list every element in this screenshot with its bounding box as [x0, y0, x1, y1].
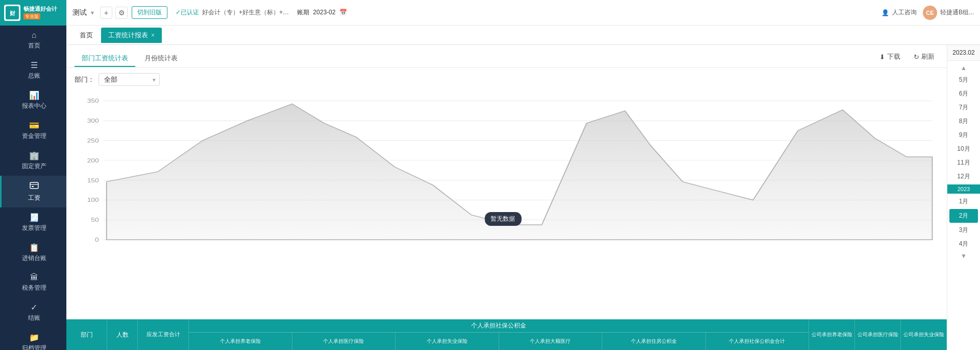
month-9[interactable]: 9月	[947, 128, 980, 142]
svg-text:300: 300	[87, 118, 99, 124]
svg-text:0: 0	[95, 237, 99, 243]
sales-icon: 📋	[29, 243, 39, 252]
sub-tabs: 部门工资统计表 月份统计表 ⬇ 下载 ↻ 刷新	[66, 45, 947, 68]
funds-icon: 💳	[29, 121, 39, 130]
salary-icon	[30, 181, 39, 192]
month-1-2023[interactable]: 1月	[947, 195, 980, 208]
reports-icon: 📊	[29, 90, 39, 100]
refresh-icon: ↻	[914, 53, 919, 61]
topbar: 测试 ▾ + ⚙ 切到旧版 ✓已认证 好会计（专）+好生意（标）+… 账期 20…	[66, 0, 980, 26]
table-header: 部门 人数 应发工资合计 个人承担社保公积金 个人承担养老保险 个人承担医疗保险	[66, 319, 947, 350]
svg-text:250: 250	[87, 137, 99, 144]
th-total-salary: 应发工资合计	[138, 319, 189, 350]
year-nav: ▲ 5月 6月 7月 8月 9月 10月 11月 12月 2023 1月 2月 …	[947, 61, 980, 350]
sidebar-item-archive[interactable]: 📁 归档管理	[0, 328, 66, 350]
toolbar: 部门： 全部 财务部 销售部 技术部 行政部 ▾	[66, 68, 947, 91]
th-personal-total: 个人承担社保公积金合计	[706, 333, 810, 350]
tabs-bar: 首页 工资统计报表 ×	[66, 26, 980, 45]
year-2023-label: 2023	[947, 184, 980, 194]
th-group-personal-cells: 个人承担养老保险 个人承担医疗保险 个人承担失业保险 个人承担大额医疗 个人承担…	[189, 333, 809, 350]
svg-text:100: 100	[87, 197, 99, 203]
svg-text:50: 50	[91, 217, 99, 223]
th-company-medical: 公司承担医疗保险	[855, 319, 901, 350]
month-5[interactable]: 5月	[947, 73, 980, 87]
customer-service[interactable]: 👤 人工咨询	[881, 8, 917, 17]
topbar-tags: ✓已认证 好会计（专）+好生意（标）+…	[176, 8, 289, 17]
content-main: 部门工资统计表 月份统计表 ⬇ 下载 ↻ 刷新	[66, 45, 947, 350]
sidebar-item-assets[interactable]: 🏢 固定资产	[0, 146, 66, 176]
svg-rect-2	[30, 182, 38, 189]
month-11[interactable]: 11月	[947, 156, 980, 170]
no-data-tooltip: 暂无数据	[484, 212, 521, 226]
svg-rect-4	[32, 186, 34, 187]
th-personal-major-medical: 个人承担大额医疗	[499, 333, 603, 350]
sidebar-item-reports[interactable]: 📊 报表中心	[0, 85, 66, 115]
right-panel: 2023.02 ▲ 5月 6月 7月 8月 9月 10月 11月 12月 202…	[947, 45, 980, 350]
calendar-icon[interactable]: 📅	[339, 9, 347, 16]
month-2-2023[interactable]: 2月	[949, 209, 978, 223]
download-button[interactable]: ⬇ 下载	[875, 50, 904, 63]
home-icon: ⌂	[32, 31, 37, 40]
action-buttons: ⬇ 下载 ↻ 刷新	[875, 50, 939, 67]
logo-icon: 财	[4, 5, 20, 21]
dept-label: 部门：	[75, 75, 94, 84]
switch-old-button[interactable]: 切到旧版	[132, 6, 167, 19]
certified-tag: ✓已认证	[176, 8, 199, 17]
company-dropdown-arrow[interactable]: ▾	[91, 9, 94, 16]
archive-icon: 📁	[29, 333, 39, 342]
topbar-icons: + ⚙	[100, 7, 128, 19]
th-personal-pension: 个人承担养老保险	[189, 333, 292, 350]
th-dept: 部门	[66, 319, 107, 350]
svg-text:150: 150	[87, 177, 99, 183]
month-3-2023[interactable]: 3月	[947, 223, 980, 237]
th-company-pension: 公司承担养老保险	[809, 319, 855, 350]
settings-gear-button[interactable]: ⚙	[115, 7, 128, 19]
checkout-icon: ✓	[31, 302, 37, 312]
sub-tab-month[interactable]: 月份统计表	[137, 51, 185, 67]
sub-tab-dept[interactable]: 部门工资统计表	[75, 51, 135, 67]
salary-chart: 350 300 250 200 150 100 50 0	[75, 91, 939, 260]
tab-home[interactable]: 首页	[72, 28, 100, 43]
refresh-button[interactable]: ↻ 刷新	[910, 50, 939, 63]
month-6[interactable]: 6月	[947, 87, 980, 101]
chart-area: 350 300 250 200 150 100 50 0	[66, 91, 947, 319]
sidebar-nav: ⌂ 首页 ☰ 总账 📊 报表中心 💳 资金管理 🏢 固定资产	[0, 26, 66, 350]
sidebar-item-sales[interactable]: 📋 进销台账	[0, 238, 66, 268]
sidebar-item-invoice[interactable]: 🧾 发票管理	[0, 207, 66, 238]
ledger-icon: ☰	[31, 60, 38, 70]
month-12[interactable]: 12月	[947, 170, 980, 183]
main-area: 测试 ▾ + ⚙ 切到旧版 ✓已认证 好会计（专）+好生意（标）+… 账期 20…	[66, 0, 980, 350]
year-header: 2023.02	[947, 45, 980, 61]
software-tags: 好会计（专）+好生意（标）+…	[202, 8, 289, 17]
nav-down-arrow[interactable]: ▼	[947, 251, 980, 261]
user-profile[interactable]: CE 轻捷通B组...	[923, 6, 974, 20]
invoice-icon: 🧾	[29, 213, 39, 222]
sidebar-item-funds[interactable]: 💳 资金管理	[0, 115, 66, 146]
month-8[interactable]: 8月	[947, 114, 980, 128]
assets-icon: 🏢	[29, 151, 39, 160]
sidebar-item-tax[interactable]: 🏛 税务管理	[0, 268, 66, 297]
tab-salary[interactable]: 工资统计报表 ×	[101, 28, 162, 43]
sidebar-item-checkout[interactable]: ✓ 结账	[0, 297, 66, 328]
sidebar-item-ledger[interactable]: ☰ 总账	[0, 55, 66, 85]
add-button[interactable]: +	[100, 7, 112, 19]
dept-select-wrapper: 全部 财务部 销售部 技术部 行政部 ▾	[99, 73, 160, 86]
content-area: 部门工资统计表 月份统计表 ⬇ 下载 ↻ 刷新	[66, 45, 980, 350]
sidebar: 财 畅捷通好会计 专业版 ⌂ 首页 ☰ 总账 📊 报表中心 💳 资金管理 🏢 固…	[0, 0, 66, 350]
th-group-personal-header: 个人承担社保公积金	[189, 319, 809, 333]
service-icon: 👤	[881, 9, 889, 16]
topbar-right: 👤 人工咨询 CE 轻捷通B组...	[881, 6, 974, 20]
sidebar-item-salary[interactable]: 工资	[0, 176, 66, 207]
dept-select[interactable]: 全部 财务部 销售部 技术部 行政部	[99, 73, 160, 86]
month-10[interactable]: 10月	[947, 142, 980, 156]
nav-up-arrow[interactable]: ▲	[947, 63, 980, 73]
tab-close-icon[interactable]: ×	[151, 32, 155, 39]
download-icon: ⬇	[879, 53, 885, 61]
th-personal-medical: 个人承担医疗保险	[292, 333, 396, 350]
month-4-2023[interactable]: 4月	[947, 237, 980, 251]
month-7[interactable]: 7月	[947, 101, 980, 114]
sidebar-item-home[interactable]: ⌂ 首页	[0, 26, 66, 55]
toolbar-left: 部门： 全部 财务部 销售部 技术部 行政部 ▾	[75, 73, 160, 86]
th-group-personal: 个人承担社保公积金 个人承担养老保险 个人承担医疗保险 个人承担失业保险 个人承…	[189, 319, 809, 350]
th-personal-housing: 个人承担住房公积金	[602, 333, 706, 350]
